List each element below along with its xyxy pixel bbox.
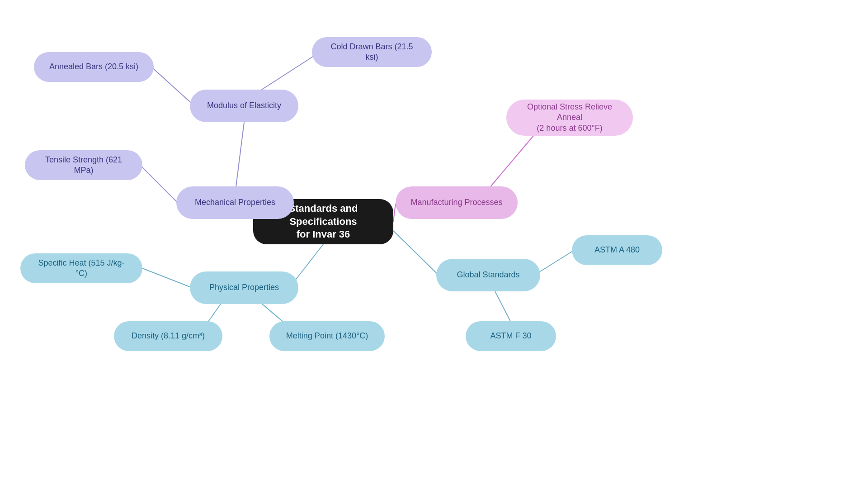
density-node[interactable]: Density (8.11 g/cm³) — [114, 321, 222, 351]
manufacturing-label: Manufacturing Processes — [410, 197, 502, 208]
svg-line-6 — [484, 136, 533, 195]
mechanical-properties-node[interactable]: Mechanical Properties — [176, 186, 294, 219]
astm-f30-label: ASTM F 30 — [490, 331, 531, 341]
stress-relieve-label: Optional Stress Relieve Anneal(2 hours a… — [519, 102, 620, 133]
svg-line-11 — [393, 231, 439, 275]
astm-a480-node[interactable]: ASTM A 480 — [572, 235, 662, 265]
modulus-label: Modulus of Elasticity — [207, 100, 281, 111]
svg-line-12 — [540, 250, 574, 271]
mechanical-properties-label: Mechanical Properties — [195, 197, 275, 208]
svg-line-1 — [235, 122, 244, 194]
cold-drawn-node[interactable]: Cold Drawn Bars (21.5 ksi) — [312, 37, 432, 67]
svg-line-8 — [142, 268, 192, 288]
svg-line-5 — [393, 204, 396, 222]
tensile-label: Tensile Strength (621 MPa) — [38, 155, 130, 176]
physical-properties-label: Physical Properties — [209, 282, 279, 293]
physical-properties-node[interactable]: Physical Properties — [190, 271, 298, 304]
svg-line-13 — [495, 291, 511, 322]
manufacturing-node[interactable]: Manufacturing Processes — [396, 186, 518, 219]
astm-a480-label: ASTM A 480 — [594, 245, 640, 255]
melting-point-label: Melting Point (1430°C) — [286, 331, 368, 341]
melting-point-node[interactable]: Melting Point (1430°C) — [269, 321, 385, 351]
astm-f30-node[interactable]: ASTM F 30 — [466, 321, 556, 351]
density-label: Density (8.11 g/cm³) — [132, 331, 205, 341]
cold-drawn-label: Cold Drawn Bars (21.5 ksi) — [325, 42, 419, 63]
modulus-node[interactable]: Modulus of Elasticity — [190, 90, 298, 122]
specific-heat-node[interactable]: Specific Heat (515 J/kg-°C) — [20, 253, 142, 283]
annealed-node[interactable]: Annealed Bars (20.5 ksi) — [34, 52, 154, 82]
svg-line-2 — [140, 165, 179, 204]
specific-heat-label: Specific Heat (515 J/kg-°C) — [33, 258, 130, 279]
global-standards-node[interactable]: Global Standards — [436, 259, 540, 291]
global-standards-label: Global Standards — [457, 270, 519, 280]
stress-relieve-node[interactable]: Optional Stress Relieve Anneal(2 hours a… — [506, 100, 633, 136]
annealed-label: Annealed Bars (20.5 ksi) — [49, 62, 138, 72]
svg-line-3 — [151, 67, 194, 106]
tensile-node[interactable]: Tensile Strength (621 MPa) — [25, 150, 142, 180]
